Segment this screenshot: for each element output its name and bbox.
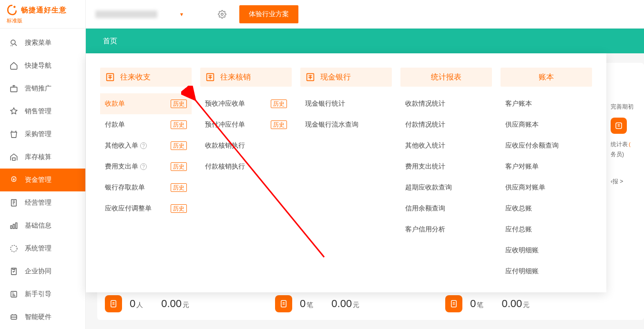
sidebar-item-icon <box>10 199 18 207</box>
mega-item-4-7[interactable]: 应收明细账 <box>501 240 592 261</box>
mega-item-4-3[interactable]: 客户对账单 <box>501 156 592 177</box>
right-widget-row1[interactable]: 完善期初 <box>611 103 639 111</box>
mega-item-label: 应收应付调整单 <box>105 204 152 213</box>
sidebar-item-12[interactable]: 智能硬件 <box>0 306 85 329</box>
svg-rect-4 <box>11 199 17 206</box>
mega-column-header: 往来收支 <box>100 68 192 87</box>
mega-item-label: 信用余额查询 <box>405 204 445 213</box>
sidebar-item-5[interactable]: 库存核算 <box>0 146 85 169</box>
mega-item-4-5[interactable]: 应收总账 <box>501 198 592 219</box>
sidebar-item-1[interactable]: 快捷导航 <box>0 54 85 77</box>
svg-point-1 <box>11 40 15 44</box>
help-icon[interactable]: ? <box>140 163 147 170</box>
mega-item-4-4[interactable]: 供应商对账单 <box>501 177 592 198</box>
mega-item-0-5[interactable]: 应收应付调整单历史 <box>100 198 192 219</box>
mega-item-3-3[interactable]: 费用支出统计 <box>400 156 492 177</box>
sidebar-item-icon <box>10 39 18 47</box>
mega-item-0-2[interactable]: 其他收入单?历史 <box>100 135 192 156</box>
kpi-unit1: 笔 <box>477 301 483 309</box>
mega-item-3-4[interactable]: 超期应收款查询 <box>400 177 492 198</box>
mega-item-1-1[interactable]: 预付冲应付单历史 <box>200 114 292 135</box>
mega-item-3-2[interactable]: 其他收入统计 <box>400 135 492 156</box>
mega-item-label: 其他收入单? <box>105 141 147 150</box>
history-tag[interactable]: 历史 <box>171 100 187 108</box>
right-widget-icon[interactable] <box>611 118 627 134</box>
mega-item-4-1[interactable]: 供应商账本 <box>501 114 592 135</box>
mega-item-label: 收款单 <box>105 100 125 108</box>
right-widget-row3[interactable]: ‹报 > <box>611 178 639 186</box>
sidebar-item-icon <box>10 244 18 253</box>
history-tag[interactable]: 历史 <box>171 204 187 213</box>
column-title: 往来收支 <box>120 72 151 82</box>
mega-item-3-0[interactable]: 收款情况统计 <box>400 93 492 114</box>
settings-button[interactable] <box>215 8 229 21</box>
mega-column-0: 往来收支收款单历史付款单历史其他收入单?历史费用支出单?历史银行存取款单历史应收… <box>100 68 192 283</box>
mega-item-2-0[interactable]: 现金银行统计 <box>300 93 392 114</box>
kpi-value: 0.00 <box>331 298 352 309</box>
sidebar-item-11[interactable]: 新手引导 <box>0 283 85 306</box>
history-tag[interactable]: 历史 <box>171 162 187 171</box>
mega-menu-panel: 往来收支收款单历史付款单历史其他收入单?历史费用支出单?历史银行存取款单历史应收… <box>86 53 606 292</box>
sidebar-item-9[interactable]: 系统管理 <box>0 237 85 260</box>
column-header-icon <box>105 72 115 82</box>
svg-rect-3 <box>12 158 15 160</box>
mega-item-1-0[interactable]: 预收冲应收单历史 <box>200 93 292 114</box>
sidebar-item-icon <box>10 107 18 116</box>
sidebar-item-icon <box>10 176 18 184</box>
mega-column-2: 现金银行现金银行统计现金银行流水查询 <box>300 68 392 283</box>
mega-item-2-1[interactable]: 现金银行流水查询 <box>300 114 392 135</box>
tab-bar: 首页 <box>86 29 644 53</box>
kpi-value: 0.00 <box>161 298 182 309</box>
sidebar-item-6[interactable]: 资金管理 <box>0 169 85 191</box>
history-tag[interactable]: 历史 <box>171 120 187 129</box>
sidebar-item-2[interactable]: 营销推广 <box>0 77 85 100</box>
mega-item-label: 银行存取款单 <box>105 183 145 192</box>
mega-item-1-2[interactable]: 收款核销执行 <box>200 135 292 156</box>
right-widgets: 完善期初 统计表( 务员) ‹报 > <box>611 96 639 192</box>
mega-item-1-3[interactable]: 付款核销执行 <box>200 156 292 177</box>
mega-item-4-0[interactable]: 客户账本 <box>501 93 592 114</box>
mega-item-label: 应付总账 <box>505 225 532 234</box>
mega-item-3-1[interactable]: 付款情况统计 <box>400 114 492 135</box>
svg-point-0 <box>13 6 15 8</box>
shop-selector[interactable]: ▾ <box>95 10 210 18</box>
history-tag[interactable]: 历史 <box>171 183 187 192</box>
mega-item-0-0[interactable]: 收款单历史 <box>100 93 192 114</box>
mega-item-3-5[interactable]: 信用余额查询 <box>400 198 492 219</box>
kpi-count: 0 <box>300 298 306 309</box>
mega-item-label: 客户对账单 <box>505 162 539 171</box>
mega-item-label: 收款情况统计 <box>405 100 445 108</box>
column-title: 往来核销 <box>220 72 251 82</box>
mega-item-3-6[interactable]: 客户信用分析 <box>400 219 492 240</box>
mega-column-header: 现金银行 <box>300 68 392 87</box>
sidebar-item-icon <box>10 153 18 161</box>
svg-rect-7 <box>16 223 17 229</box>
help-icon[interactable]: ? <box>140 142 147 149</box>
mega-item-4-2[interactable]: 应收应付余额查询 <box>501 135 592 156</box>
sidebar-item-10[interactable]: 企业协同 <box>0 260 85 283</box>
sidebar-item-3[interactable]: 销售管理 <box>0 100 85 123</box>
tab-home[interactable]: 首页 <box>95 30 125 52</box>
history-tag[interactable]: 历史 <box>171 141 187 150</box>
kpi-count: 0 <box>130 298 135 309</box>
sidebar-item-label: 库存核算 <box>25 153 51 161</box>
history-tag[interactable]: 历史 <box>271 100 287 108</box>
sidebar-item-label: 系统管理 <box>25 244 51 253</box>
history-tag[interactable]: 历史 <box>271 120 287 129</box>
mega-item-0-3[interactable]: 费用支出单?历史 <box>100 156 192 177</box>
sidebar-item-label: 资金管理 <box>25 176 51 184</box>
sidebar-item-icon <box>10 84 18 93</box>
sidebar-item-0[interactable]: 搜索菜单 <box>0 31 85 54</box>
mega-item-4-6[interactable]: 应付总账 <box>501 219 592 240</box>
industry-plan-button[interactable]: 体验行业方案 <box>239 5 298 23</box>
mega-item-0-1[interactable]: 付款单历史 <box>100 114 192 135</box>
svg-point-12 <box>221 13 224 15</box>
right-widget-row2a[interactable]: 统计表( <box>611 140 639 149</box>
sidebar-item-4[interactable]: 采购管理 <box>0 123 85 146</box>
mega-column-header: 往来核销 <box>200 68 292 87</box>
sidebar-item-8[interactable]: 基础信息 <box>0 214 85 237</box>
sidebar-item-7[interactable]: 经营管理 <box>0 191 85 214</box>
mega-item-0-4[interactable]: 银行存取款单历史 <box>100 177 192 198</box>
mega-item-4-8[interactable]: 应付明细账 <box>501 261 592 282</box>
kpi-unit2: 元 <box>353 301 359 309</box>
